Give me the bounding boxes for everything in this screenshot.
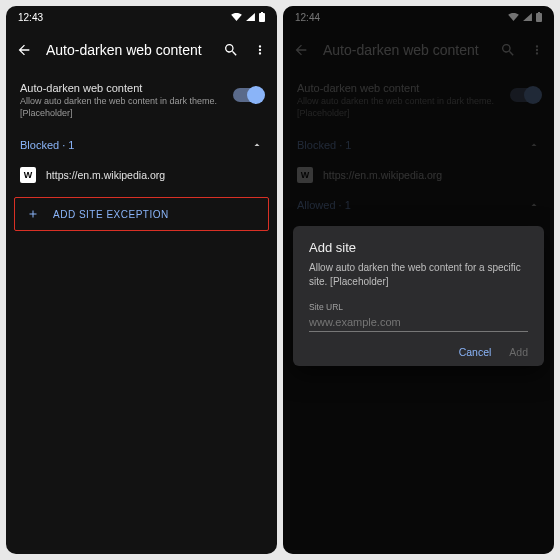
battery-icon xyxy=(259,12,265,22)
status-icons xyxy=(231,12,265,22)
svg-rect-0 xyxy=(259,13,265,22)
status-bar: 12:43 xyxy=(6,6,277,28)
svg-rect-1 xyxy=(261,12,263,14)
dialog-description: Allow auto darken the web content for a … xyxy=(309,261,528,288)
add-site-dialog: Add site Allow auto darken the web conte… xyxy=(293,226,544,366)
screenshot-left: 12:43 Auto-darken web content Auto-darke… xyxy=(6,6,277,554)
cancel-button[interactable]: Cancel xyxy=(459,346,492,358)
site-favicon: W xyxy=(20,167,36,183)
plus-icon xyxy=(27,208,39,220)
add-button[interactable]: Add xyxy=(509,346,528,358)
dialog-actions: Cancel Add xyxy=(309,346,528,358)
page-title: Auto-darken web content xyxy=(46,42,209,58)
setting-text: Auto-darken web content Allow auto darke… xyxy=(20,82,233,119)
back-icon[interactable] xyxy=(16,42,32,58)
blocked-label: Blocked · 1 xyxy=(20,139,74,151)
status-time: 12:43 xyxy=(18,12,43,23)
screenshot-right: 12:44 Auto-darken web content Auto-darke… xyxy=(283,6,554,554)
autodarken-toggle-row[interactable]: Auto-darken web content Allow auto darke… xyxy=(6,72,277,131)
signal-icon xyxy=(246,13,255,21)
add-exception-label: ADD SITE EXCEPTION xyxy=(53,209,169,220)
blocked-site-row[interactable]: W https://en.m.wikipedia.org xyxy=(6,159,277,191)
setting-subtitle: Allow auto darken the web content in dar… xyxy=(20,96,233,119)
add-site-exception-button[interactable]: ADD SITE EXCEPTION xyxy=(14,197,269,231)
dialog-field-label: Site URL xyxy=(309,302,528,312)
search-icon[interactable] xyxy=(223,42,239,58)
app-bar: Auto-darken web content xyxy=(6,28,277,72)
dialog-title: Add site xyxy=(309,240,528,255)
site-url-input[interactable] xyxy=(309,312,528,332)
more-icon[interactable] xyxy=(253,42,267,58)
setting-title: Auto-darken web content xyxy=(20,82,233,94)
toggle-switch[interactable] xyxy=(233,88,263,102)
chevron-up-icon xyxy=(251,139,263,151)
blocked-section-header[interactable]: Blocked · 1 xyxy=(6,131,277,159)
wifi-icon xyxy=(231,13,242,21)
site-url: https://en.m.wikipedia.org xyxy=(46,169,165,181)
